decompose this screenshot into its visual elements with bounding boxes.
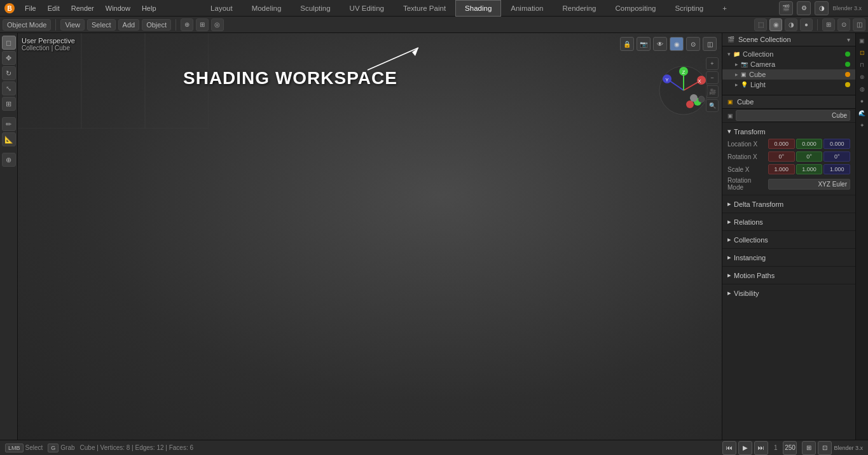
rotation-y[interactable]: 0° — [796, 151, 823, 162]
rotation-z[interactable]: 0° — [823, 151, 850, 162]
rpanel-constraint-tab[interactable]: ⊗ — [857, 72, 867, 82]
snap-toggle[interactable]: ⊞ — [196, 18, 209, 31]
scene-icon[interactable]: 🎬 — [779, 1, 793, 15]
scale-x[interactable]: 1.000 — [768, 164, 795, 174]
filter-icon[interactable]: ▾ — [847, 36, 850, 43]
viewport-3d[interactable]: ✦ SHADING WORKSPACE User Perspective Col… — [18, 33, 722, 440]
rotation-mode-value[interactable]: XYZ Euler — [768, 179, 850, 190]
wireframe-shading-btn[interactable]: ⬚ — [754, 18, 767, 31]
select-tool[interactable]: ◻ — [2, 36, 16, 50]
view-selected-btn[interactable]: ⊡ — [818, 441, 832, 455]
scene-item-collection[interactable]: ▾ 📁 Collection — [722, 49, 855, 59]
lookdev-shading-btn[interactable]: ◑ — [785, 18, 797, 31]
viewport-overlays-btn[interactable]: ⊙ — [686, 37, 700, 51]
data-name-value[interactable]: Cube — [736, 110, 850, 121]
nav-prev-frame[interactable]: ⏮ — [722, 441, 736, 455]
scale-z[interactable]: 1.000 — [823, 164, 850, 174]
scale-y[interactable]: 1.000 — [796, 164, 823, 174]
cube-expand-icon: ▸ — [735, 71, 738, 78]
rpanel-properties-tab[interactable]: ⊡ — [857, 48, 867, 58]
collection-expand-icon: ▾ — [727, 51, 731, 57]
location-x[interactable]: 0.000 — [768, 139, 795, 149]
scale-tool[interactable]: ⤡ — [2, 81, 16, 95]
xray-toggle[interactable]: ◫ — [853, 18, 865, 31]
menu-window[interactable]: Window — [101, 3, 135, 13]
transform-header[interactable]: ▾ Transform — [722, 125, 855, 137]
menu-file[interactable]: File — [20, 3, 41, 13]
tab-texture-paint[interactable]: Texture Paint — [394, 0, 455, 17]
proportional-editing[interactable]: ◎ — [211, 18, 224, 31]
collections-chevron: ▸ — [727, 235, 731, 244]
toolbar2-view[interactable]: View — [60, 19, 85, 31]
tab-uv-editing[interactable]: UV Editing — [340, 0, 394, 17]
nav-next-frame[interactable]: ⏭ — [754, 441, 768, 455]
nav-end-frame[interactable]: 250 — [783, 441, 797, 455]
visibility-header[interactable]: ▸ Visibility — [722, 287, 855, 299]
view-all-btn[interactable]: ⊞ — [802, 441, 816, 455]
toolbar2-add[interactable]: Add — [118, 19, 140, 31]
transform-tool[interactable]: ⊞ — [2, 97, 16, 111]
move-tool[interactable]: ✥ — [2, 51, 16, 65]
viewport-display-mode[interactable]: ◉ — [670, 37, 684, 51]
select-status: LMB Select — [5, 444, 43, 452]
tab-add[interactable]: + — [713, 0, 736, 17]
scene-collection-list: ▾ 📁 Collection ▸ 📷 Camera ▸ ▣ Cube — [722, 46, 855, 92]
delta-label: Delta Transform — [734, 200, 783, 208]
tab-sculpting[interactable]: Sculpting — [291, 0, 340, 17]
visibility-chevron: ▸ — [727, 289, 731, 297]
relations-label: Relations — [734, 218, 763, 226]
instancing-header[interactable]: ▸ Instancing — [722, 251, 855, 263]
rendered-shading-btn[interactable]: ● — [800, 18, 813, 31]
mode-selector[interactable]: Object Mode — [3, 19, 51, 31]
tab-rendering[interactable]: Rendering — [553, 0, 605, 17]
tab-layout[interactable]: Layout — [201, 0, 242, 17]
delta-transform-header[interactable]: ▸ Delta Transform — [722, 198, 855, 210]
orientation-gizmo[interactable]: X Y Z — [658, 65, 709, 116]
viewport-hide-icon[interactable]: 👁 — [653, 37, 667, 51]
scene-item-cube[interactable]: ▸ ▣ Cube — [722, 69, 855, 80]
scene-item-camera-label: Camera — [750, 60, 775, 68]
rpanel-physics-tab[interactable]: 🌊 — [857, 108, 867, 118]
tab-compositing[interactable]: Compositing — [606, 0, 666, 17]
menu-render[interactable]: Render — [67, 3, 99, 13]
tab-animation[interactable]: Animation — [501, 0, 553, 17]
menu-help[interactable]: Help — [137, 3, 161, 13]
solid-shading-btn[interactable]: ◉ — [769, 18, 782, 31]
location-z[interactable]: 0.000 — [823, 139, 850, 149]
relations-header[interactable]: ▸ Relations — [722, 216, 855, 228]
overlay-toggle[interactable]: ⊙ — [837, 18, 850, 31]
nav-play[interactable]: ▶ — [738, 441, 752, 455]
measure-tool[interactable]: 📐 — [2, 132, 16, 146]
annotate-tool[interactable]: ✏ — [2, 117, 16, 131]
grab-key: G — [48, 444, 59, 452]
svg-text:X: X — [698, 78, 701, 84]
viewport-cam-icon[interactable]: 📷 — [637, 37, 651, 51]
rotate-tool[interactable]: ↻ — [2, 66, 16, 80]
tab-scripting[interactable]: Scripting — [665, 0, 713, 17]
toolbar2-object[interactable]: Object — [142, 19, 171, 31]
collections-header[interactable]: ▸ Collections — [722, 234, 855, 246]
viewport-lock-icon[interactable]: 🔒 — [620, 37, 634, 51]
viewport-shading-icon[interactable]: ◑ — [815, 1, 829, 15]
tab-shading[interactable]: Shading — [455, 0, 501, 17]
motion-paths-chevron: ▸ — [727, 271, 731, 279]
light-icon: 💡 — [741, 81, 748, 88]
rotation-x[interactable]: 0° — [768, 151, 795, 162]
render-engine-icon[interactable]: ⚙ — [797, 1, 811, 15]
rpanel-material-tab[interactable]: ● — [857, 96, 867, 106]
rpanel-particles-tab[interactable]: ✦ — [857, 120, 867, 130]
viewport-xray-btn[interactable]: ◫ — [703, 37, 717, 51]
motion-paths-header[interactable]: ▸ Motion Paths — [722, 269, 855, 281]
cursor-tool[interactable]: ⊕ — [2, 153, 16, 167]
toolbar2-select[interactable]: Select — [87, 19, 116, 31]
pivot-point-selector[interactable]: ⊕ — [181, 18, 193, 31]
rpanel-data-tab[interactable]: ◍ — [857, 84, 867, 94]
rpanel-modifier-tab[interactable]: ⊓ — [857, 60, 867, 70]
location-y[interactable]: 0.000 — [796, 139, 823, 149]
scene-item-light[interactable]: ▸ 💡 Light — [722, 80, 855, 90]
tab-modeling[interactable]: Modeling — [242, 0, 291, 17]
rpanel-object-tab[interactable]: ▣ — [857, 36, 867, 46]
gizmo-toggle[interactable]: ⊞ — [822, 18, 835, 31]
scene-item-camera[interactable]: ▸ 📷 Camera — [722, 59, 855, 69]
menu-edit[interactable]: Edit — [43, 3, 64, 13]
